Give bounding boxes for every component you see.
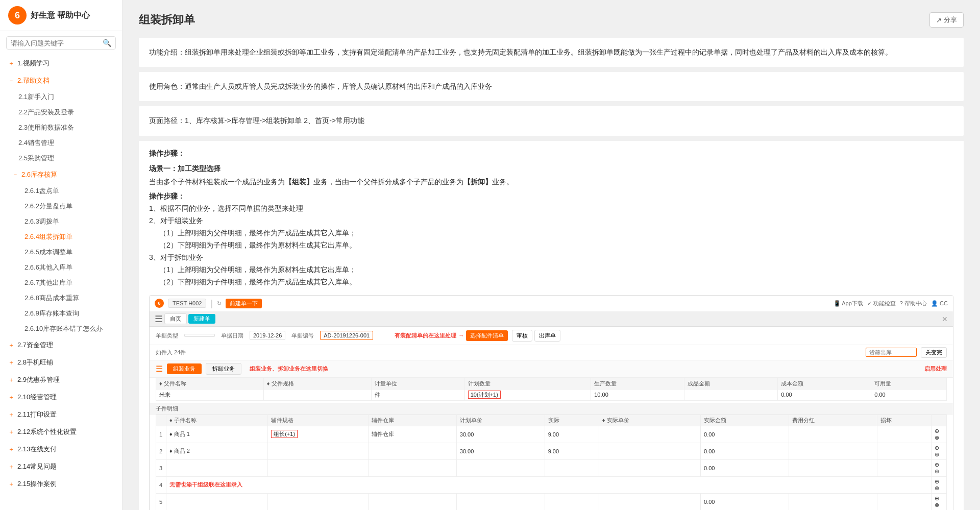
sidebar-item-docs[interactable]: － 2.帮助文档 — [0, 72, 122, 89]
sidebar-item-assembly[interactable]: 2.6.4组装拆卸单 — [0, 229, 122, 245]
form-date-value[interactable]: 2019-12-26 — [250, 331, 285, 340]
sidebar-item-other-in[interactable]: 2.6.6其他入库单 — [0, 260, 122, 275]
cell-actual-amount-5: 0.00 — [701, 493, 789, 510]
cell-actual-3 — [545, 459, 599, 476]
cell-damage-5 — [877, 493, 931, 510]
sidebar-item-split-stock[interactable]: 2.6.2分量盘点单 — [0, 199, 122, 214]
cell-cost-share-5 — [789, 493, 877, 510]
lower-table-row-3: 3 0.00 ⊕ ⊗ — [156, 459, 947, 476]
th-actual: 实际 — [545, 415, 599, 426]
cell-action-2[interactable]: ⊕ ⊗ — [932, 443, 947, 459]
sidebar-item-other-out[interactable]: 2.6.7其他出库单 — [0, 275, 122, 290]
sidebar-item-newbie[interactable]: 2.1新手入门 — [0, 89, 122, 105]
cell-actual-price-5 — [599, 493, 700, 510]
filter-input[interactable] — [866, 348, 917, 357]
search-icon[interactable]: 🔍 — [103, 39, 111, 47]
new-doc-button[interactable]: 前建单一下 — [226, 299, 262, 308]
th-child-spec: 辅件规格 — [268, 415, 369, 426]
content-area: 组装拆卸单 ↗ 分享 功能介绍：组装拆卸单用来处理企业组装或拆卸等加工业务，支持… — [122, 0, 980, 510]
sidebar-item-coupon[interactable]: ＋ 2.9优惠券管理 — [0, 371, 122, 388]
sidebar-item-mobile[interactable]: ＋ 2.8手机旺铺 — [0, 354, 122, 371]
sidebar-item-purchase[interactable]: 2.5采购管理 — [0, 151, 122, 166]
cell-child-name-3 — [166, 459, 268, 476]
cell-plan-price-3 — [456, 459, 545, 476]
disassembly-btn[interactable]: 拆卸业务 — [206, 363, 241, 375]
tab-home[interactable]: 自页 — [164, 313, 187, 324]
sidebar-toggle-icon[interactable]: ☰ — [155, 313, 163, 325]
select-bom-button[interactable]: 选择配件清单 — [466, 330, 508, 341]
cell-actual-1: 9.00 — [545, 426, 599, 443]
share-button[interactable]: ↗ 分享 — [929, 12, 964, 28]
cell-action-3[interactable]: ⊕ ⊗ — [932, 459, 947, 476]
sidebar-item-cases[interactable]: ＋ 2.15操作案例 — [0, 475, 122, 493]
th-index — [156, 415, 166, 426]
sidebar-item-transfer[interactable]: 2.6.3调拨单 — [0, 214, 122, 229]
sidebar-item-stocktake[interactable]: 2.6.1盘点单 — [0, 183, 122, 199]
cell-child-wh-5 — [368, 493, 456, 510]
sidebar-item-custom[interactable]: ＋ 2.12系统个性化设置 — [0, 423, 122, 441]
sidebar-item-video[interactable]: ＋ 1.视频学习 — [0, 55, 122, 72]
nav-label-custom: 2.12系统个性化设置 — [17, 427, 77, 436]
plan-qty-highlight: 10(计划+1) — [468, 391, 501, 399]
cell-available-1: 0.00 — [871, 389, 947, 400]
lower-table-header: 子件明细 — [150, 403, 953, 415]
cell-action-4[interactable]: ⊕ ⊗ — [932, 476, 947, 493]
sidebar-item-online-pay[interactable]: ＋ 2.13在线支付 — [0, 441, 122, 458]
other-out-button[interactable]: 出库单 — [534, 330, 560, 342]
cell-action-5[interactable]: ⊕ ⊗ — [932, 493, 947, 510]
nav-label-cases: 2.15操作案例 — [17, 479, 57, 489]
count-text: 如件入 24件 — [156, 349, 186, 356]
app-icon-app: 📱 App下载 — [834, 300, 863, 307]
plus-icon-custom: ＋ — [8, 428, 14, 436]
search-input[interactable] — [11, 39, 103, 47]
step-2: 2、对于组装业务 — [149, 216, 953, 226]
cell-cost-share-1 — [789, 426, 877, 443]
annotation-right-text: 有装配清单的在这里处理 — [395, 332, 456, 339]
sidebar-item-sales[interactable]: 2.4销售管理 — [0, 135, 122, 151]
cell-child-name-1: ♦ 商品 1 — [166, 426, 268, 443]
sidebar-item-print[interactable]: ＋ 2.11打印设置 — [0, 406, 122, 423]
cell-damage-3 — [877, 459, 931, 476]
main-content: 组装拆卸单 ↗ 分享 功能介绍：组装拆卸单用来处理企业组装或拆卸等加工业务，支持… — [122, 0, 980, 510]
nav-label-stocktake: 2.6.1盘点单 — [24, 187, 59, 195]
cell-action-1[interactable]: ⊕ ⊗ — [932, 426, 947, 443]
sidebar-item-inventory[interactable]: － 2.6库存核算 — [0, 166, 122, 183]
sidebar-item-data-prep[interactable]: 2.3使用前数据准备 — [0, 120, 122, 135]
approve-button[interactable]: 审核 — [512, 330, 532, 342]
th-child-warehouse: 辅件仓库 — [368, 415, 456, 426]
cell-prod-qty-1: 10.00 — [591, 389, 684, 400]
logo-text: 好生意 帮助中心 — [31, 10, 90, 21]
sidebar-item-stock-error[interactable]: 2.6.10库存账本错了怎么办 — [0, 321, 122, 336]
sidebar-item-install[interactable]: 2.2产品安装及登录 — [0, 105, 122, 120]
divider: | — [210, 298, 213, 309]
annotation-type-text: 组装业务、拆卸业务在这里切换 — [250, 365, 328, 373]
path-text: 页面路径：1、库存核算->库存管理->组装拆卸单 2、首页->常用功能 — [149, 114, 953, 127]
tab-new-doc[interactable]: 新建单 — [188, 314, 215, 324]
close-tab-icon[interactable]: ✕ — [942, 315, 948, 323]
app-logo: 6 — [155, 299, 164, 308]
intro-block: 功能介绍：组装拆卸单用来处理企业组装或拆卸等加工业务，支持有固定装配清单的产品加… — [139, 38, 964, 67]
step-3: 3、对于拆卸业务 — [149, 253, 953, 262]
sidebar-item-finance[interactable]: ＋ 2.7资金管理 — [0, 336, 122, 354]
app-right-controls: 关变完 — [866, 347, 947, 358]
cell-child-name-2: ♦ 商品 2 — [166, 443, 268, 459]
cell-actual-price-3 — [599, 459, 700, 476]
cell-idx-4: 4 — [156, 476, 166, 493]
steps-title: 操作步骤： — [149, 192, 953, 201]
sidebar-item-faq[interactable]: ＋ 2.14常见问题 — [0, 458, 122, 475]
sidebar-item-ops[interactable]: ＋ 2.10经营管理 — [0, 388, 122, 406]
search-box[interactable]: 🔍 — [6, 36, 116, 50]
assembly-btn[interactable]: 组装业务 — [167, 363, 202, 374]
form-doctype-value[interactable] — [184, 334, 215, 337]
sidebar-item-stock-check[interactable]: 2.6.9库存账本查询 — [0, 306, 122, 321]
form-docno-value[interactable]: AD-20191226-001 — [320, 331, 373, 340]
sidebar-item-cost-calc[interactable]: 2.6.8商品成本重算 — [0, 290, 122, 306]
share-label: 分享 — [944, 15, 957, 25]
cell-child-wh-2 — [368, 443, 456, 459]
nav-label-cost-calc: 2.6.8商品成本重算 — [24, 294, 79, 302]
left-icon-1[interactable]: ☰ — [156, 364, 163, 374]
sidebar-item-cost-adj[interactable]: 2.6.5成本调整单 — [0, 245, 122, 260]
step-2-2: （2）下部明细为子件明细，最终作为原材料生成其它出库单。 — [149, 241, 953, 250]
confirm-button[interactable]: 关变完 — [921, 347, 947, 358]
form-docno-label: 单据编号 — [291, 332, 314, 339]
